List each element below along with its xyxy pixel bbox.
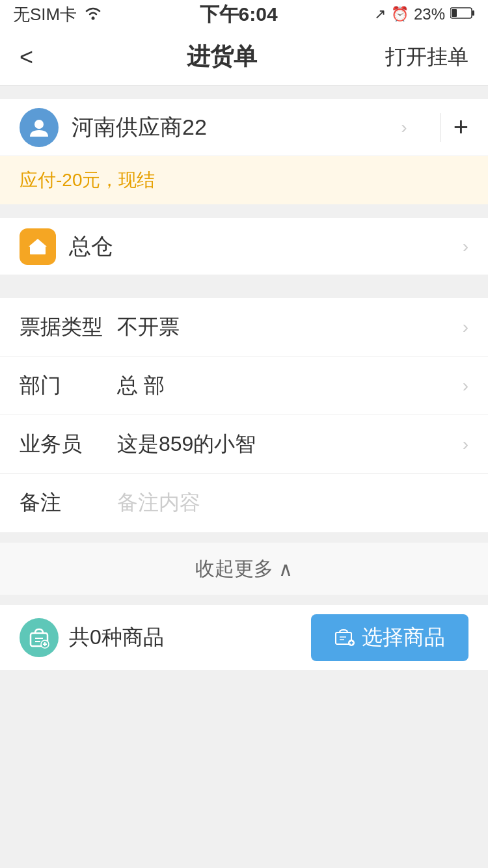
notice-text: 应付-20元，现结	[20, 170, 155, 190]
bottom-bar: 共0种商品 选择商品	[0, 605, 488, 670]
nav-bar: < 进货单 打开挂单	[0, 29, 488, 86]
status-bar: 无SIM卡 下午6:04 ↗ ⏰ 23%	[0, 0, 488, 29]
wifi-icon	[83, 5, 103, 25]
invoice-type-arrow-icon: ›	[463, 317, 468, 338]
open-pending-button[interactable]: 打开挂单	[385, 43, 468, 72]
svg-rect-3	[452, 9, 457, 17]
department-arrow-icon: ›	[463, 375, 468, 396]
svg-marker-6	[29, 239, 47, 247]
svg-rect-2	[472, 10, 474, 16]
form-row-salesperson[interactable]: 业务员 这是859的小智 ›	[0, 415, 488, 474]
warehouse-row[interactable]: 总仓 ›	[0, 217, 488, 275]
supplier-row[interactable]: 河南供应商22 › +	[0, 99, 488, 156]
form-value-invoice-type: 不开票	[117, 313, 463, 342]
warehouse-icon	[20, 228, 56, 265]
form-label-salesperson: 业务员	[20, 430, 111, 459]
supplier-name: 河南供应商22	[72, 113, 401, 142]
status-icons: ↗ ⏰ 23%	[374, 5, 475, 23]
supplier-avatar	[20, 108, 59, 147]
svg-rect-5	[30, 245, 46, 254]
warehouse-name: 总仓	[69, 232, 463, 262]
location-icon: ↗	[374, 6, 386, 23]
gray-area	[0, 670, 488, 865]
collapse-icon: ∧	[278, 558, 293, 580]
collapse-row[interactable]: 收起更多 ∧	[0, 543, 488, 595]
battery-text: 23%	[414, 5, 445, 23]
battery-icon	[450, 5, 475, 23]
form-row-remark[interactable]: 备注 备注内容	[0, 474, 488, 532]
form-row-invoice-type[interactable]: 票据类型 不开票 ›	[0, 298, 488, 357]
add-supplier-button[interactable]: +	[454, 113, 468, 142]
select-product-button[interactable]: 选择商品	[311, 614, 468, 661]
status-time: 下午6:04	[200, 1, 278, 28]
svg-point-4	[34, 120, 44, 129]
warehouse-arrow-icon: ›	[463, 236, 468, 257]
collapse-label: 收起更多	[195, 556, 273, 582]
section-gap-3	[0, 275, 488, 288]
select-product-label: 选择商品	[362, 623, 445, 652]
section-gap-1	[0, 86, 488, 99]
form-value-department: 总 部	[117, 372, 463, 400]
form-section: 票据类型 不开票 › 部门 总 部 › 业务员 这是859的小智 › 备注 备注…	[0, 298, 488, 532]
section-gap-2	[0, 204, 488, 217]
form-label-remark: 备注	[20, 489, 111, 517]
form-placeholder-remark[interactable]: 备注内容	[117, 489, 468, 517]
form-row-department[interactable]: 部门 总 部 ›	[0, 357, 488, 415]
form-label-department: 部门	[20, 372, 111, 400]
salesperson-arrow-icon: ›	[463, 434, 468, 455]
back-button[interactable]: <	[20, 44, 59, 71]
svg-point-0	[92, 16, 95, 20]
supplier-arrow-icon: ›	[401, 117, 407, 138]
supplier-section: 河南供应商22 › + 应付-20元，现结	[0, 99, 488, 204]
notice-bar: 应付-20元，现结	[0, 156, 488, 204]
product-count-area: 共0种商品	[20, 618, 164, 657]
product-count-icon	[20, 618, 59, 657]
alarm-icon: ⏰	[391, 6, 409, 23]
form-value-salesperson: 这是859的小智	[117, 430, 463, 459]
product-count-text: 共0种商品	[69, 623, 164, 652]
carrier-text: 无SIM卡	[13, 3, 77, 26]
page-title: 进货单	[187, 41, 257, 73]
status-carrier: 无SIM卡	[13, 3, 103, 26]
supplier-divider	[440, 113, 441, 142]
form-label-invoice-type: 票据类型	[20, 313, 111, 342]
